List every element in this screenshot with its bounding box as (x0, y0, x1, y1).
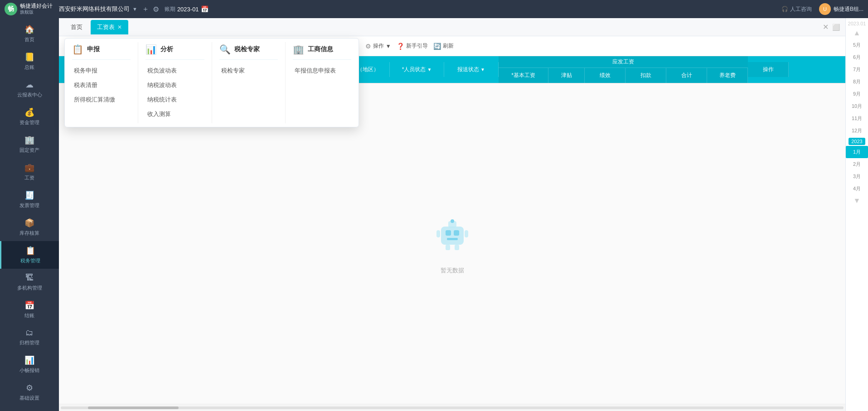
timeline-month-9[interactable]: 9月 (846, 88, 868, 100)
sidebar-item-asset[interactable]: 🏢 固定资产 (0, 131, 59, 158)
sidebar-label-settings: 基础设置 (19, 395, 39, 401)
scroll-bar-thumb[interactable] (88, 406, 179, 409)
sidebar-item-fund[interactable]: 💰 资金管理 (0, 103, 59, 131)
analysis-title: 分析 (160, 45, 173, 53)
status-filter-icon[interactable]: ▼ (427, 67, 432, 72)
refresh-btn[interactable]: 🔄 刷新 (433, 42, 454, 50)
add-icon[interactable]: ＋ (142, 5, 149, 14)
timeline-panel: 2023.01 ▲ 5月 6月 7月 8月 9月 10月 11月 12月 202… (845, 18, 868, 411)
app-subtitle: 旗舰版 (20, 9, 53, 15)
report-filter-icon[interactable]: ▼ (480, 67, 485, 72)
archive-icon: 🗂 (25, 328, 34, 338)
svg-rect-6 (446, 245, 450, 250)
th-report: 报送状态 ▼ (444, 62, 499, 77)
sidebar-label-fund: 资金管理 (19, 119, 39, 126)
sidebar-item-multi[interactable]: 🏗 多机构管理 (0, 269, 59, 296)
biz-icon: 🏢 (293, 44, 304, 55)
calendar-icon[interactable]: 📅 (201, 5, 209, 13)
timeline-month-1-active[interactable]: 1月 (846, 146, 868, 158)
settings-icon[interactable]: ⚙ (153, 5, 159, 14)
analysis-icon: 📊 (145, 44, 157, 55)
th-deduct-label: 扣款 (640, 72, 651, 79)
timeline-month-4[interactable]: 4月 (846, 183, 868, 195)
window-maximize-icon[interactable]: ⬜ (832, 24, 840, 31)
dropdown-popup: 📋 申报 税务申报 税表清册 所得税汇算清缴 📊 分析 税负波动表 纳税波动表 … (64, 38, 359, 127)
timeline-month-6[interactable]: 6月 (846, 51, 868, 63)
fund-icon: 💰 (24, 107, 34, 117)
app-title: 畅捷通好会计 (20, 3, 53, 9)
dropdown-item-tax-payment[interactable]: 纳税波动表 (145, 78, 204, 92)
timeline-prev-btn[interactable]: ▲ (853, 27, 861, 39)
th-perf-label: 绩效 (600, 72, 611, 79)
logo-text-group: 畅捷通好会计 旗舰版 (20, 3, 53, 15)
timeline-month-12[interactable]: 12月 (846, 125, 868, 137)
sidebar-item-cloud[interactable]: ☁ 云报表中心 (0, 75, 59, 103)
tab-home[interactable]: 首页 (64, 20, 89, 34)
period-value: 2023-01 (177, 6, 199, 13)
user-info[interactable]: U 畅捷通B组... (819, 3, 863, 15)
dropdown-item-tax-declare[interactable]: 税务申报 (72, 63, 131, 78)
window-close-icon[interactable]: ✕ (823, 23, 829, 31)
tab-salary[interactable]: 工资表 ✕ (91, 20, 128, 34)
svg-rect-7 (455, 245, 459, 250)
sidebar-item-inventory[interactable]: 📦 库存核算 (0, 213, 59, 241)
inventory-icon: 📦 (24, 218, 34, 228)
dropdown-item-tax-expert[interactable]: 税检专家 (219, 63, 278, 78)
dropdown-col-biz: 🏢 工商信息 年报信息申报表 (286, 39, 359, 127)
report-icon: 📊 (24, 355, 34, 365)
th-pension: 养老费 (707, 68, 748, 83)
dropdown-item-income-forecast[interactable]: 收入测算 (145, 107, 204, 121)
sidebar-item-report[interactable]: 📊 小畅报销 (0, 351, 59, 378)
invoice-icon: 🧾 (24, 190, 34, 200)
dropdown-item-tax-table[interactable]: 税表清册 (72, 78, 131, 92)
cloud-icon: ☁ (25, 80, 34, 90)
th-base-label: *基本工资 (511, 72, 535, 79)
timeline-month-2[interactable]: 2月 (846, 158, 868, 170)
sidebar-item-invoice[interactable]: 🧾 发票管理 (0, 186, 59, 213)
sidebar-item-archive[interactable]: 🗂 归档管理 (0, 324, 59, 351)
sidebar-label-home: 首页 (24, 36, 34, 43)
dropdown-col-expert: 🔍 税检专家 税检专家 (212, 39, 285, 127)
company-selector[interactable]: 西安虾米网络科技有限公司 ▼ (59, 5, 137, 13)
timeline-month-5[interactable]: 5月 (846, 39, 868, 51)
timeline-year-2023-label[interactable]: 2023 (849, 138, 865, 145)
user-name: 畅捷通B组... (834, 5, 863, 13)
timeline-month-7[interactable]: 7月 (846, 63, 868, 76)
service-button[interactable]: 🎧 人工咨询 (781, 5, 812, 13)
timeline-month-8[interactable]: 8月 (846, 76, 868, 88)
dropdown-item-tax-burden[interactable]: 税负波动表 (145, 63, 204, 78)
sidebar-item-tax[interactable]: 📋 税务管理 (0, 241, 59, 269)
company-dropdown-icon[interactable]: ▼ (132, 6, 137, 12)
tax-icon: 📋 (25, 246, 35, 256)
svg-rect-5 (465, 230, 468, 237)
timeline-month-11[interactable]: 11月 (846, 112, 868, 125)
home-icon: 🏠 (24, 24, 34, 34)
dropdown-item-income-clear[interactable]: 所得税汇算清缴 (72, 92, 131, 107)
operate-label: 操作 (373, 42, 384, 50)
sidebar-label-asset: 固定资产 (19, 147, 39, 154)
new-guide-btn[interactable]: ❓ 新手引导 (397, 42, 428, 50)
th-allowance: 津贴 (548, 68, 585, 83)
sidebar-item-salary[interactable]: 💼 工资 (0, 158, 59, 186)
scroll-bar-track[interactable] (61, 406, 844, 409)
sidebar-item-settings[interactable]: ⚙ 基础设置 (0, 378, 59, 406)
sidebar-item-guide[interactable]: 🆕 新手引导 (0, 406, 59, 411)
th-operation: 操作 (748, 62, 789, 77)
th-payroll-group: 应发工资 *基本工资 津贴 绩效 扣款 (499, 56, 748, 83)
operate-btn[interactable]: ⚙ 操作 ▼ (365, 42, 391, 50)
sidebar-label-report: 小畅报销 (19, 367, 39, 374)
tab-close-icon[interactable]: ✕ (117, 24, 122, 30)
sidebar-item-ledger[interactable]: 📒 总账 (0, 48, 59, 75)
dropdown-columns: 📋 申报 税务申报 税表清册 所得税汇算清缴 📊 分析 税负波动表 纳税波动表 … (65, 39, 359, 127)
headset-icon: 🎧 (781, 6, 788, 12)
empty-text: 暂无数据 (441, 266, 464, 275)
timeline-month-10[interactable]: 10月 (846, 100, 868, 112)
timeline-next-btn[interactable]: ▼ (853, 195, 861, 207)
dropdown-item-tax-stats[interactable]: 纳税统计表 (145, 92, 204, 107)
svg-rect-4 (436, 230, 440, 237)
sidebar-item-close[interactable]: 📅 结账 (0, 296, 59, 324)
timeline-month-3[interactable]: 3月 (846, 170, 868, 183)
tab-home-label: 首页 (71, 23, 82, 31)
dropdown-item-annual-report[interactable]: 年报信息申报表 (293, 63, 351, 78)
sidebar-item-home[interactable]: 🏠 首页 (0, 20, 59, 48)
